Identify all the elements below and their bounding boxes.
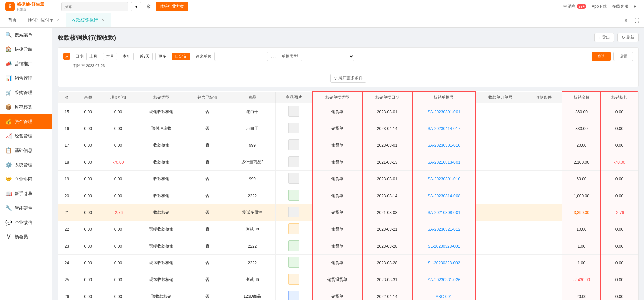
refresh-button[interactable]: ↻ 刷新 [617, 33, 639, 42]
cell-receipt-condition [525, 120, 562, 137]
sidebar-item-purchase[interactable]: 🛒 采购管理 [0, 85, 52, 100]
filter-expand-icon[interactable]: » [63, 53, 70, 60]
sidebar-item-wechat[interactable]: 💬 企业微信 [0, 215, 52, 230]
app-name: 畅捷通·好生意 [17, 1, 44, 7]
sidebar-item-guide[interactable]: 📖 新手引导 [0, 186, 52, 201]
sidebar-item-marketing[interactable]: 📣 营销推广 [0, 56, 52, 71]
top-bar: 6 畅捷通·好生意 标准版 ▼ ⚙ 体验行业方案 ✉ 消息 99+ App下载 … [0, 0, 644, 13]
dropdown-button[interactable]: ▼ [131, 2, 141, 11]
verify-no-link[interactable]: SA-20230321-012 [428, 227, 460, 232]
sidebar-item-inventory[interactable]: 📦 库存核算 [0, 100, 52, 114]
cell-receipt-condition [525, 204, 562, 221]
app-download-link[interactable]: App下载 [592, 4, 607, 9]
search-area: ▼ ⚙ 体验行业方案 [61, 2, 559, 11]
online-service-link[interactable]: 在线客服 [612, 4, 628, 9]
tab-verify[interactable]: 收款核销执行 ✕ [66, 13, 111, 27]
search-input[interactable] [61, 2, 128, 11]
maximize-tab-button[interactable]: ⛶ [632, 16, 641, 25]
sidebar-item-management[interactable]: 📈 经营管理 [0, 129, 52, 143]
tab-prepay[interactable]: 预付冲应付单 ✕ [22, 13, 66, 27]
table-row: 21 0.00 -2.76 收款核销 否 测试多属性 销货单 2021-08-0… [58, 204, 638, 221]
sidebar-item-finance[interactable]: 💰 资金管理 [0, 114, 52, 129]
verify-no-link[interactable]: SA-20230301-010 [428, 177, 460, 181]
cell-product-img [275, 238, 312, 255]
date-filter-label: 日期 [75, 54, 84, 59]
cell-verify-date: 2022-04-14 [362, 288, 412, 300]
sidebar-item-basic-info[interactable]: 📋 基础信息 [0, 143, 52, 158]
col-balance: 余额 [76, 92, 100, 103]
cell-receipt-order-no [476, 187, 525, 204]
query-button[interactable]: 查询 [592, 52, 611, 61]
verify-no-link[interactable]: SA-20230414-017 [428, 126, 460, 131]
sidebar-label-search: 搜索菜单 [15, 32, 32, 38]
cell-product-img [275, 187, 312, 204]
cell-balance: 0.00 [76, 154, 100, 171]
date-custom-btn[interactable]: 自定义 [172, 53, 190, 60]
cell-cash-discount: 0.00 [100, 137, 137, 154]
cell-balance: 0.00 [76, 271, 100, 288]
gear-button[interactable]: ⚙ [144, 2, 153, 11]
page-actions: ↑ 导出 ↻ 刷新 [594, 33, 639, 42]
cell-verify-no: SA-20230414-017 [412, 120, 476, 137]
date-this-year-btn[interactable]: 本年 [120, 53, 134, 60]
close-verify-tab[interactable]: ✕ [100, 17, 105, 23]
cell-no: 26 [58, 288, 76, 300]
sidebar-item-collab[interactable]: 🤝 企业协同 [0, 172, 52, 186]
cell-verify-type: 收款核销 [137, 204, 186, 221]
sidebar-item-system[interactable]: ⚙️ 系统管理 [0, 158, 52, 172]
verify-no-link[interactable]: ABC-001 [436, 294, 452, 299]
sidebar-item-sales[interactable]: 📊 销售管理 [0, 71, 52, 85]
cell-verify-date: 2023-03-01 [362, 137, 412, 154]
verify-no-link[interactable]: SA-20210808-001 [428, 210, 460, 215]
verify-no-link[interactable]: SA-20210813-001 [428, 160, 460, 165]
hardware-icon: 🔧 [5, 205, 12, 211]
verify-no-link[interactable]: SA-20230331-026 [428, 277, 460, 282]
verify-no-link[interactable]: SA-20230301-010 [428, 143, 460, 148]
top-right-actions: ✉ 消息 99+ App下载 在线客服 Rit [563, 4, 639, 9]
cell-included-settled: 否 [186, 137, 229, 154]
cell-verify-type: 预付冲应收 [137, 120, 186, 137]
sales-icon: 📊 [5, 75, 12, 81]
date-this-month-btn[interactable]: 本月 [103, 53, 117, 60]
cell-verify-date: 2023-03-31 [362, 271, 412, 288]
cell-receipt-order-no [476, 204, 525, 221]
close-tab-button[interactable]: ✕ [621, 16, 631, 25]
cell-verify-amount: 1,000.00 [562, 187, 601, 204]
cell-product: 老白干 [229, 103, 275, 120]
settings-button[interactable]: 设置 [613, 52, 633, 61]
cell-no: 16 [58, 120, 76, 137]
verify-no-link[interactable]: SL-20230328-001 [428, 244, 460, 249]
nav-tabs: 首页 预付冲应付单 ✕ 收款核销执行 ✕ ✕ ⛶ [0, 13, 644, 28]
date-last-month-btn[interactable]: 上月 [86, 53, 100, 60]
cell-no: 18 [58, 154, 76, 171]
expand-more-btn[interactable]: ∨ 展开更多条件 [330, 74, 366, 83]
message-icon[interactable]: ✉ 消息 99+ [563, 4, 586, 9]
doctype-filter-select[interactable] [301, 52, 354, 61]
app-logo: 6 畅捷通·好生意 标准版 [5, 1, 57, 12]
tab-home[interactable]: 首页 [3, 13, 22, 27]
trial-button[interactable]: 体验行业方案 [156, 2, 188, 11]
cell-verify-no: SL-20230328-001 [412, 238, 476, 255]
verify-no-link[interactable]: SL-20230328-002 [428, 261, 460, 265]
cell-no: 22 [58, 221, 76, 238]
cell-included-settled: 否 [186, 154, 229, 171]
sidebar-item-search[interactable]: 🔍 搜索菜单 [0, 28, 52, 42]
sidebar-item-quick-nav[interactable]: 🏠 快捷导航 [0, 42, 52, 56]
sidebar-item-vip[interactable]: V 畅会员 [0, 230, 52, 244]
cell-included-settled: 否 [186, 221, 229, 238]
cell-receipt-condition [525, 103, 562, 120]
export-button[interactable]: ↑ 导出 [594, 33, 614, 42]
doctype-filter-label: 单据类型 [282, 54, 298, 59]
sidebar-item-hardware[interactable]: 🔧 智能硬件 [0, 201, 52, 215]
cell-verify-date: 2023-03-28 [362, 238, 412, 255]
verify-no-link[interactable]: SA-20230314-008 [428, 194, 460, 198]
cell-cash-discount: -2.76 [100, 204, 137, 221]
date-7days-btn[interactable]: 近7天 [137, 53, 153, 60]
cell-product-img [275, 154, 312, 171]
cell-verify-discount: -2.76 [601, 204, 638, 221]
date-more-btn[interactable]: 更多 [155, 53, 169, 60]
close-prepay-tab[interactable]: ✕ [56, 17, 61, 23]
partner-filter-input[interactable] [214, 52, 268, 61]
verify-no-link[interactable]: SA-20230301-001 [428, 110, 460, 114]
cell-no: 23 [58, 238, 76, 255]
